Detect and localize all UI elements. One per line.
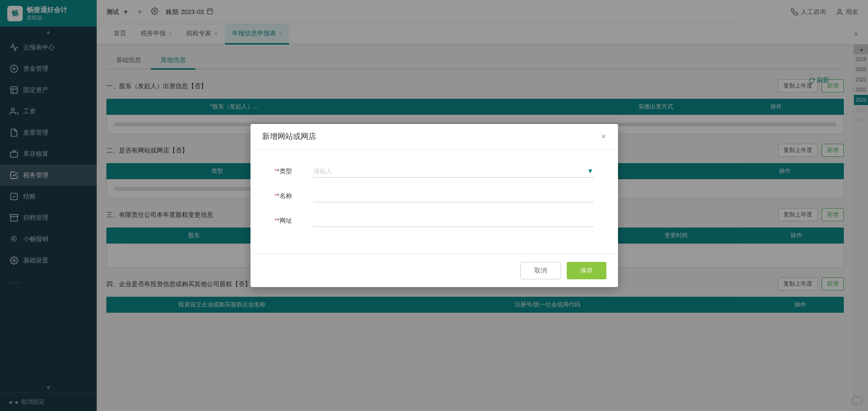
modal-add-website: 新增网站或网店 × **类型 ▼ **名称 [250, 124, 618, 287]
form-label-name: **名称 [275, 192, 304, 200]
form-name-input[interactable] [313, 192, 594, 199]
modal-close-btn[interactable]: × [601, 132, 606, 142]
form-field-url: **网址 [275, 214, 594, 227]
form-type-input[interactable] [313, 167, 587, 175]
form-label-type: **类型 [275, 167, 304, 176]
modal-title: 新增网站或网店 [262, 132, 316, 142]
form-url-input-wrap [313, 214, 594, 227]
type-dropdown-icon[interactable]: ▼ [587, 167, 594, 175]
form-field-name: **名称 [275, 190, 594, 202]
form-label-url: **网址 [275, 216, 304, 225]
form-field-type: **类型 ▼ [275, 165, 594, 178]
modal-overlay[interactable]: 新增网站或网店 × **类型 ▼ **名称 [0, 0, 868, 411]
modal-save-btn[interactable]: 保存 [567, 262, 606, 279]
form-type-input-wrap: ▼ [313, 165, 594, 178]
modal-cancel-btn[interactable]: 取消 [520, 262, 561, 279]
modal-body: **类型 ▼ **名称 ** [250, 150, 618, 254]
form-url-input[interactable] [313, 217, 594, 224]
modal-header: 新增网站或网店 × [250, 124, 618, 150]
modal-footer: 取消 保存 [250, 254, 618, 287]
form-name-input-wrap [313, 190, 594, 202]
